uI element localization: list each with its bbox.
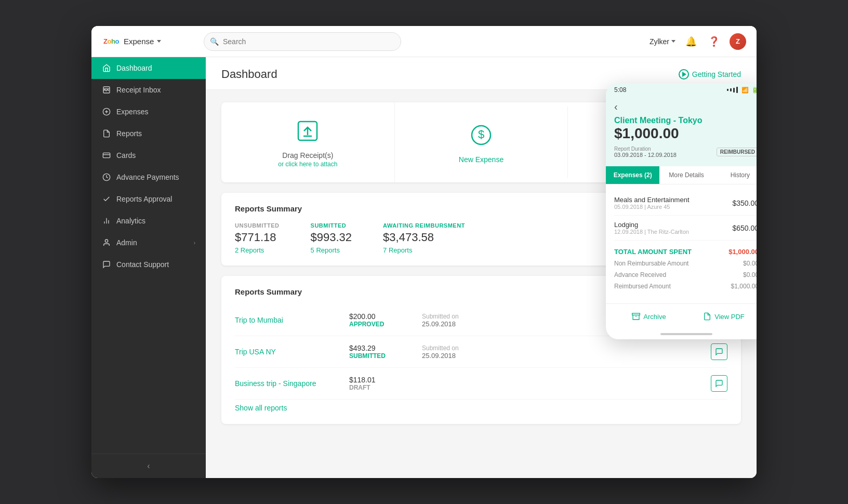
sidebar-item-cards[interactable]: Cards [91, 144, 206, 166]
report-status-1: APPROVED [349, 321, 422, 328]
report-chat-icon-3[interactable] [711, 375, 727, 392]
approval-icon [102, 194, 111, 204]
cards-icon [102, 151, 111, 160]
report-name-1[interactable]: Trip to Mumbai [235, 316, 349, 324]
table-row: Business trip - Singapore $118.01 DRAFT [235, 368, 727, 400]
mobile-tab-history[interactable]: History [713, 166, 757, 184]
svg-rect-18 [632, 313, 640, 315]
mob-expense-name-1: Meals and Entertainment [614, 196, 690, 204]
mobile-meta: Report Duration 03.09.2018 - 12.09.2018 … [614, 146, 757, 158]
mobile-header: ‹ Client Meeting - Tokyo $1,000.00 Repor… [606, 97, 757, 166]
avatar[interactable]: Z [730, 33, 746, 50]
app-window: Zoho Expense 🔍 Zylker 🔔 ❓ Z [91, 26, 757, 478]
mobile-signal-icon: 📶 🔋 [727, 87, 757, 94]
app-name: Expense [124, 37, 154, 46]
mobile-tab-expenses[interactable]: Expenses (2) [606, 166, 659, 184]
topbar-right: Zylker 🔔 ❓ Z [650, 33, 746, 50]
stat-unsubmitted-link[interactable]: 2 Reports [235, 246, 280, 254]
help-button[interactable]: ❓ [707, 34, 721, 49]
report-submitted-2: Submitted on 25.09.2018 [422, 344, 711, 360]
topbar: Zoho Expense 🔍 Zylker 🔔 ❓ Z [91, 26, 757, 57]
mobile-duration-val: 03.09.2018 - 12.09.2018 [614, 152, 677, 158]
app-chevron-icon[interactable] [157, 40, 161, 43]
sidebar-item-contact-support[interactable]: Contact Support [91, 254, 206, 275]
mobile-total-val-3: $1,000.00 [731, 283, 757, 290]
report-amount-block-1: $200.00 APPROVED [349, 312, 422, 328]
quick-action-new-expense[interactable]: $ New Expense [395, 107, 568, 178]
report-name-2[interactable]: Trip USA NY [235, 348, 349, 356]
notifications-button[interactable]: 🔔 [684, 34, 698, 49]
report-amount-block-2: $493.29 SUBMITTED [349, 344, 422, 360]
sidebar-item-reports[interactable]: Reports [91, 123, 206, 144]
admin-arrow-icon: › [194, 240, 195, 246]
svg-rect-4 [103, 153, 110, 157]
mobile-back-button[interactable]: ‹ [614, 101, 757, 113]
sidebar-item-expenses[interactable]: Expenses [91, 101, 206, 123]
mobile-total-row-2: Advance Received $0.00 [614, 269, 757, 281]
mob-expense-amount-1: $350.00 [732, 199, 757, 207]
mobile-expense-row-1: Meals and Entertainment 05.09.2018 | Azu… [614, 191, 757, 216]
mobile-total-row-1: Non Reimbursable Amount $0.00 [614, 258, 757, 269]
stat-submitted-link[interactable]: 5 Reports [311, 246, 352, 254]
home-icon [102, 63, 111, 73]
search-input[interactable] [204, 32, 401, 51]
getting-started-label: Getting Started [692, 70, 741, 78]
sidebar-label-dashboard: Dashboard [116, 64, 152, 72]
play-icon [679, 69, 689, 79]
report-amount-block-3: $118.01 DRAFT [349, 376, 422, 391]
report-name-3[interactable]: Business trip - Singapore [235, 379, 349, 388]
view-pdf-button[interactable]: View PDF [689, 309, 757, 324]
view-pdf-label: View PDF [714, 313, 745, 321]
logo-icon: Zoho [102, 34, 121, 49]
mobile-footer: Archive View PDF [606, 303, 757, 329]
sidebar-item-receipt-inbox[interactable]: Receipt Inbox [91, 79, 206, 101]
mob-expense-meta-2: 12.09.2018 | The Ritz-Carlton [614, 229, 689, 235]
collapse-icon: ‹ [147, 461, 150, 471]
drag-receipt-label: Drag Receipt(s) [282, 151, 333, 160]
reports-icon [102, 129, 111, 138]
stat-unsubmitted-value: $771.18 [235, 231, 280, 244]
search-icon: 🔍 [210, 37, 219, 46]
mobile-status-bar: 5:08 📶 🔋 [606, 83, 757, 97]
sidebar-label-admin: Admin [116, 238, 137, 247]
report-chat-icon-2[interactable] [711, 343, 727, 360]
svg-point-10 [105, 240, 108, 242]
mobile-amount: $1,000.00 [614, 125, 757, 142]
home-bar [660, 333, 712, 335]
content-area: Dashboard Getting Started [206, 57, 757, 478]
show-all-reports-link[interactable]: Show all reports [235, 404, 287, 412]
sidebar-item-reports-approval[interactable]: Reports Approval [91, 188, 206, 210]
getting-started-button[interactable]: Getting Started [679, 69, 741, 79]
search-bar: 🔍 [204, 32, 401, 51]
svg-text:$: $ [478, 128, 484, 141]
expenses-icon [102, 107, 111, 116]
sidebar-label-cards: Cards [116, 151, 136, 160]
mobile-tab-more-details[interactable]: More Details [659, 166, 713, 184]
report-submitted-label-2: Submitted on [422, 344, 711, 352]
sidebar-item-admin[interactable]: Admin › [91, 232, 206, 254]
mobile-total-row-3: Reimbursed Amount $1,000.00 [614, 281, 757, 292]
play-triangle [682, 72, 686, 77]
sidebar-item-advance-payments[interactable]: Advance Payments [91, 166, 206, 188]
quick-action-drag-receipt[interactable]: Drag Receipt(s) or click here to attach [221, 102, 395, 182]
org-name[interactable]: Zylker [650, 37, 675, 46]
mob-expense-amount-2: $650.00 [732, 224, 757, 232]
sidebar-label-analytics: Analytics [116, 217, 145, 225]
sidebar-collapse-button[interactable]: ‹ [91, 454, 206, 478]
sidebar-item-dashboard[interactable]: Dashboard [91, 57, 206, 79]
mobile-total-label-2: Advance Received [614, 271, 666, 278]
archive-label: Archive [643, 313, 666, 321]
new-expense-label: New Expense [459, 155, 504, 164]
mobile-total-label-3: Reimbursed Amount [614, 283, 671, 290]
stat-awaiting-link[interactable]: 7 Reports [383, 246, 465, 254]
stat-awaiting: AWAITING REIMBURSMENT $3,473.58 7 Report… [383, 222, 465, 254]
reimbursed-badge: REIMBURSED [717, 148, 757, 156]
page-title: Dashboard [221, 68, 277, 81]
sidebar-item-analytics[interactable]: Analytics [91, 210, 206, 232]
mobile-time: 5:08 [614, 86, 626, 94]
dollar-circle-icon: $ [467, 121, 495, 149]
logo-area[interactable]: Zoho Expense [102, 34, 195, 49]
archive-button[interactable]: Archive [614, 309, 684, 324]
sidebar-label-advance-payments: Advance Payments [116, 173, 179, 181]
stat-unsubmitted-label: UNSUBMITTED [235, 222, 280, 229]
